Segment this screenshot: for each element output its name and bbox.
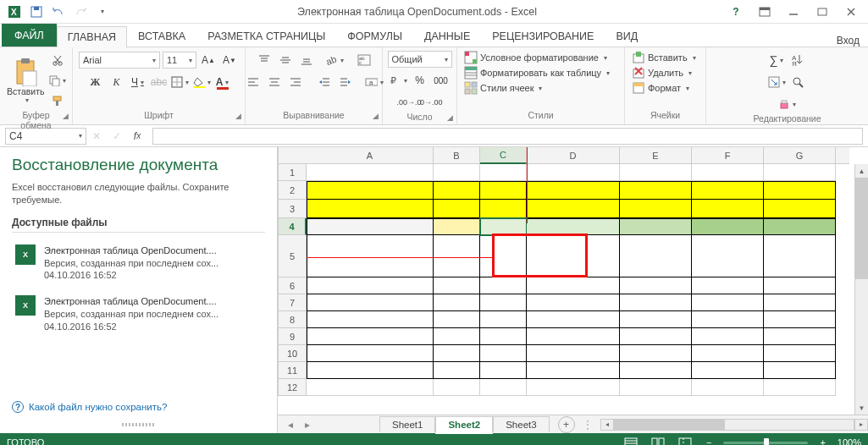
cell[interactable] [480, 379, 527, 396]
column-header[interactable]: B [434, 147, 480, 164]
find-select-icon[interactable] [788, 73, 807, 91]
cell[interactable] [620, 311, 692, 328]
scroll-thumb[interactable] [855, 178, 868, 279]
align-middle-icon[interactable] [276, 51, 295, 69]
row-header[interactable]: 3 [278, 200, 307, 218]
tab-split-handle[interactable]: ⋮ [575, 419, 600, 431]
tab-formulas[interactable]: ФОРМУЛЫ [336, 25, 413, 47]
cell[interactable] [764, 379, 836, 396]
cell[interactable] [692, 181, 764, 200]
dialog-launcher-icon[interactable]: ◢ [63, 112, 69, 120]
column-header[interactable]: E [620, 147, 692, 164]
sign-in-link[interactable]: Вход [837, 35, 868, 47]
cell[interactable] [307, 328, 434, 345]
cell[interactable] [527, 277, 620, 294]
borders-button[interactable]: ▾ [171, 73, 190, 91]
cell[interactable] [527, 345, 620, 362]
cell[interactable] [480, 277, 527, 294]
tab-data[interactable]: ДАННЫЕ [413, 25, 481, 47]
cell[interactable] [527, 294, 620, 311]
cell[interactable] [480, 328, 527, 345]
page-layout-view-icon[interactable] [649, 435, 667, 445]
increase-font-icon[interactable]: A▲ [199, 51, 218, 69]
cell[interactable] [480, 200, 527, 218]
formula-input[interactable] [152, 128, 863, 145]
scroll-thumb[interactable] [615, 420, 725, 430]
scroll-right-icon[interactable]: ▸ [854, 419, 868, 431]
enter-formula-icon[interactable]: ✓ [107, 128, 127, 145]
cell[interactable] [692, 218, 764, 235]
sort-filter-icon[interactable]: AЯ [788, 51, 807, 69]
cell[interactable] [527, 200, 620, 218]
underline-button[interactable]: Ч▾ [129, 73, 147, 91]
qat-customize-icon[interactable]: ▾ [93, 3, 112, 21]
row-header[interactable]: 4 [278, 218, 307, 235]
cell[interactable] [527, 235, 620, 277]
italic-button[interactable]: К [108, 73, 126, 91]
row-header[interactable]: 11 [278, 362, 307, 379]
help-icon[interactable]: ? [722, 2, 749, 22]
cell[interactable] [527, 379, 620, 396]
scroll-down-icon[interactable]: ▼ [855, 401, 868, 415]
cell[interactable] [307, 181, 434, 200]
cell[interactable] [307, 379, 434, 396]
cell[interactable] [764, 345, 836, 362]
decrease-indent-icon[interactable] [315, 73, 334, 91]
cell[interactable] [764, 328, 836, 345]
font-color-button[interactable]: A▾ [213, 73, 232, 91]
row-header[interactable]: 6 [278, 277, 307, 294]
maximize-button[interactable] [809, 2, 836, 22]
cell[interactable] [692, 164, 764, 181]
cell[interactable] [480, 311, 527, 328]
cell[interactable] [307, 218, 434, 235]
cell[interactable] [434, 311, 480, 328]
recovery-help-link[interactable]: ? Какой файл нужно сохранить? [12, 396, 265, 418]
cell[interactable] [480, 362, 527, 379]
undo-icon[interactable] [49, 3, 68, 21]
normal-view-icon[interactable] [622, 435, 640, 445]
increase-indent-icon[interactable] [336, 73, 355, 91]
cell[interactable] [620, 362, 692, 379]
cell[interactable] [620, 277, 692, 294]
cell[interactable] [692, 200, 764, 218]
row-header[interactable]: 10 [278, 345, 307, 362]
new-sheet-button[interactable]: + [558, 416, 575, 433]
sheet-tab[interactable]: Sheet2 [435, 416, 493, 434]
autosum-icon[interactable]: ∑▾ [767, 51, 786, 69]
column-header[interactable]: F [692, 147, 764, 164]
cell[interactable] [620, 379, 692, 396]
column-header[interactable]: C [480, 147, 527, 164]
cell[interactable] [764, 277, 836, 294]
scroll-left-icon[interactable]: ◂ [600, 419, 614, 431]
sheet-nav-next-icon[interactable]: ▸ [300, 417, 315, 432]
cell[interactable] [692, 362, 764, 379]
cell[interactable] [527, 362, 620, 379]
horizontal-scrollbar[interactable] [614, 419, 854, 431]
conditional-formatting-button[interactable]: Условное форматирование▾ [464, 51, 607, 64]
row-header[interactable]: 7 [278, 294, 307, 311]
zoom-thumb[interactable] [764, 438, 769, 446]
cell[interactable] [764, 362, 836, 379]
bold-button[interactable]: Ж [86, 73, 105, 91]
cell[interactable] [692, 379, 764, 396]
insert-function-icon[interactable]: fx [127, 128, 147, 145]
cell[interactable] [527, 328, 620, 345]
cut-icon[interactable] [48, 51, 67, 69]
row-header[interactable]: 5 [278, 235, 307, 277]
accounting-format-icon[interactable]: ₽▾ [390, 71, 408, 90]
pane-gripper[interactable] [12, 421, 265, 428]
cell[interactable] [434, 362, 480, 379]
zoom-level[interactable]: 100% [838, 437, 861, 445]
cell[interactable] [692, 328, 764, 345]
tab-insert[interactable]: ВСТАВКА [127, 25, 196, 47]
cell[interactable] [527, 164, 620, 181]
ribbon-display-options-icon[interactable] [751, 2, 778, 22]
cell[interactable] [480, 294, 527, 311]
format-as-table-button[interactable]: Форматировать как таблицу▾ [464, 66, 610, 80]
cell[interactable] [434, 164, 480, 181]
row-header[interactable]: 9 [278, 328, 307, 345]
copy-icon[interactable]: ▾ [48, 71, 67, 90]
dialog-launcher-icon[interactable]: ◢ [373, 112, 379, 120]
excel-app-icon[interactable]: X [5, 3, 24, 21]
cell[interactable] [434, 277, 480, 294]
